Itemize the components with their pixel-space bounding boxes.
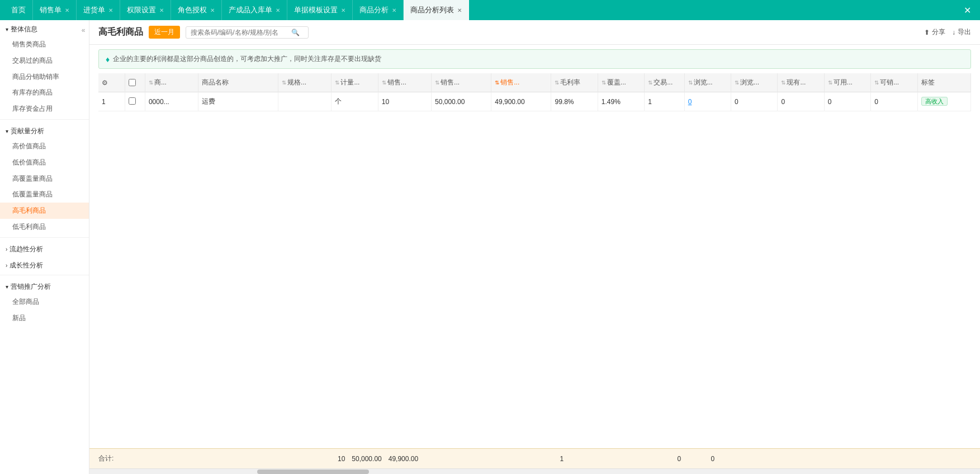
cell-trade: 1: [645, 92, 684, 111]
col-sellable: ⇅ 可销...: [871, 73, 917, 92]
filter-recent-month-button[interactable]: 近一月: [149, 26, 180, 39]
main-layout: « ▾ 整体信息 销售类商品 交易过的商品 商品分销助销率 有库存的商品 库存资…: [0, 20, 980, 474]
footer-trade: 1: [533, 455, 567, 463]
nav-tab-sales[interactable]: 销售单 ✕: [33, 0, 77, 20]
cell-unit: 个: [332, 92, 378, 111]
horizontal-scrollbar[interactable]: [89, 468, 980, 474]
close-icon[interactable]: ✕: [65, 7, 69, 13]
sidebar-divider-2: [0, 237, 89, 238]
cell-sales-qty: 10: [378, 92, 431, 111]
col-available: ⇅ 可用...: [824, 73, 870, 92]
cell-index: 1: [98, 92, 125, 111]
sidebar-divider-3: [0, 275, 89, 275]
nav-tab-template[interactable]: 单据模板设置 ✕: [287, 0, 353, 20]
close-icon[interactable]: ✕: [457, 7, 462, 13]
col-current-stock: ⇅ 现有...: [778, 73, 824, 92]
col-gross-rate: ⇅ 毛利率: [551, 73, 598, 92]
sort-icon: ⇅: [335, 79, 339, 86]
cell-name: 运费: [198, 92, 278, 111]
col-sales-cost: ⇅ 销售...: [491, 73, 551, 92]
close-icon[interactable]: ✕: [276, 7, 280, 13]
share-button[interactable]: ⬆ 分享: [924, 27, 945, 37]
footer-label: 合计:: [98, 454, 113, 463]
sidebar-item-distribution-rate[interactable]: 商品分销助销率: [0, 69, 89, 85]
sidebar-group-marketing[interactable]: ▾ 营销推广分析: [0, 278, 89, 294]
cell-sellable: 0: [871, 92, 917, 111]
table-header-row: ⚙ ⇅ 商...: [98, 73, 971, 92]
sidebar-item-stock-capital[interactable]: 库存资金占用: [0, 101, 89, 117]
close-icon[interactable]: ✕: [210, 7, 215, 13]
sidebar: « ▾ 整体信息 销售类商品 交易过的商品 商品分销助销率 有库存的商品 库存资…: [0, 20, 89, 474]
col-checkbox: [125, 73, 145, 92]
nav-tab-product-inbound[interactable]: 产成品入库单 ✕: [222, 0, 287, 20]
close-icon[interactable]: ✕: [392, 7, 396, 13]
footer-sales-amount: 50,000.00: [348, 455, 385, 463]
search-box: 🔍: [186, 26, 309, 39]
cell-tag: 高收入: [917, 92, 970, 111]
col-index: ⚙: [98, 73, 125, 92]
cell-current-stock: 0: [778, 92, 824, 111]
sidebar-group-contribution[interactable]: ▾ 贡献量分析: [0, 122, 89, 138]
sort-icon: ⇅: [602, 79, 606, 86]
chevron-down-icon: ▾: [6, 128, 8, 134]
col-browse1: ⇅ 浏览...: [684, 73, 731, 92]
content-area: 高毛利商品 近一月 🔍 ⬆ 分享 ↓ 导出 ♦ 企业的主要的利润都是这部分商品创…: [89, 20, 980, 474]
search-icon[interactable]: 🔍: [291, 29, 300, 36]
browse1-link[interactable]: 0: [688, 98, 692, 106]
cell-browse2: 0: [731, 92, 778, 111]
col-unit: ⇅ 计量...: [332, 73, 378, 92]
search-input[interactable]: [191, 29, 291, 36]
sidebar-collapse-btn[interactable]: «: [78, 25, 89, 36]
nav-tab-analysis-list[interactable]: 商品分析列表 ✕: [404, 0, 469, 20]
nav-tab-analysis[interactable]: 商品分析 ✕: [353, 0, 404, 20]
sidebar-item-low-coverage[interactable]: 低覆盖量商品: [0, 186, 89, 203]
col-tag: 标签: [917, 73, 970, 92]
content-header: 高毛利商品 近一月 🔍 ⬆ 分享 ↓ 导出: [89, 20, 980, 45]
chevron-down-icon: ▾: [6, 26, 8, 32]
sidebar-item-high-value[interactable]: 高价值商品: [0, 138, 89, 154]
sort-icon: ⇅: [781, 79, 785, 86]
sidebar-group-growth[interactable]: › 成长性分析: [0, 256, 89, 273]
sidebar-item-new-goods[interactable]: 新品: [0, 310, 89, 326]
sidebar-group-overall[interactable]: ▾ 整体信息: [0, 20, 89, 36]
tag-badge: 高收入: [921, 97, 948, 106]
table-footer: 合计: 10 50,000.00 49,900.00 1 0 0: [89, 448, 980, 468]
sidebar-item-sales-goods[interactable]: 销售类商品: [0, 36, 89, 53]
col-sales-amount: ⇅ 销售...: [432, 73, 491, 92]
sidebar-item-low-value[interactable]: 低价值商品: [0, 154, 89, 171]
sidebar-item-high-coverage[interactable]: 高覆盖量商品: [0, 171, 89, 187]
scrollbar-thumb[interactable]: [257, 470, 369, 474]
footer-current-stock: 0: [651, 455, 684, 463]
nav-tab-permissions[interactable]: 权限设置 ✕: [120, 0, 171, 20]
sidebar-divider: [0, 119, 89, 120]
cell-browse1: 0: [684, 92, 731, 111]
chevron-right-icon: ›: [6, 246, 7, 252]
export-button[interactable]: ↓ 导出: [952, 27, 971, 37]
sidebar-group-trend[interactable]: › 流趋性分析: [0, 240, 89, 256]
settings-icon[interactable]: ⚙: [102, 79, 108, 87]
col-sales-qty: ⇅ 销售...: [378, 73, 431, 92]
chevron-down-icon: ▾: [6, 284, 8, 290]
sidebar-item-all-goods[interactable]: 全部商品: [0, 294, 89, 310]
cell-available: 0: [824, 92, 870, 111]
nav-tab-home[interactable]: 首页: [4, 0, 33, 20]
sort-icon: ⇅: [735, 79, 739, 86]
table-row: 1 0000... 运费 个 10 50,000.00 49,900.00 99…: [98, 92, 971, 111]
sidebar-item-stocked-goods[interactable]: 有库存的商品: [0, 85, 89, 101]
row-checkbox[interactable]: [129, 97, 136, 105]
sidebar-item-high-margin[interactable]: 高毛利商品: [0, 203, 89, 219]
select-all-checkbox[interactable]: [129, 79, 136, 86]
close-icon[interactable]: ✕: [108, 7, 113, 13]
close-icon[interactable]: ✕: [159, 7, 164, 13]
cell-spec: [278, 92, 332, 111]
close-all-tabs[interactable]: ✕: [959, 5, 976, 16]
info-text: 企业的主要的利润都是这部分商品创造的，可考虑加大推广，同时关注库存是不要出现缺货: [113, 54, 381, 64]
top-nav: 首页 销售单 ✕ 进货单 ✕ 权限设置 ✕ 角色授权 ✕ 产成品入库单 ✕ 单据…: [0, 0, 980, 20]
sidebar-item-traded-goods[interactable]: 交易过的商品: [0, 53, 89, 69]
sidebar-item-low-margin[interactable]: 低毛利商品: [0, 219, 89, 235]
nav-tab-roles[interactable]: 角色授权 ✕: [171, 0, 222, 20]
nav-tab-purchase[interactable]: 进货单 ✕: [77, 0, 120, 20]
cell-sales-cost: 49,900.00: [491, 92, 551, 111]
export-icon: ↓: [952, 29, 955, 36]
close-icon[interactable]: ✕: [341, 7, 345, 13]
